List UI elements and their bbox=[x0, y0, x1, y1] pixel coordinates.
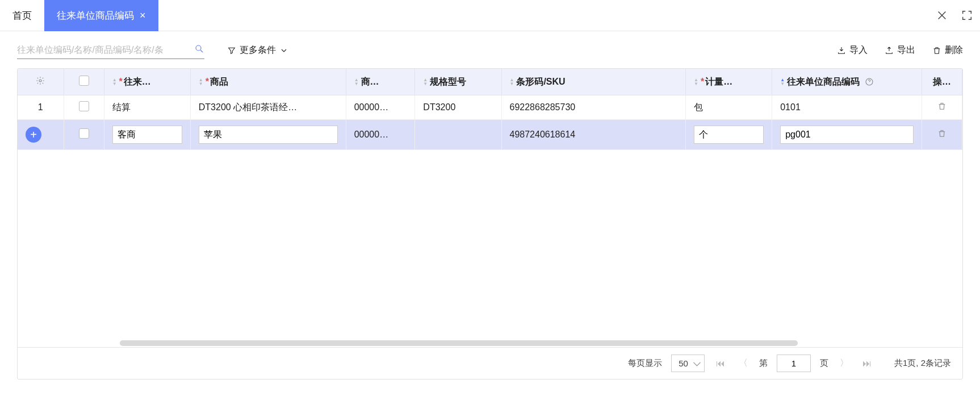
partner-sku-input[interactable] bbox=[780, 126, 914, 144]
export-label: 导出 bbox=[897, 44, 915, 56]
column-spec[interactable]: ▲▼规格型号 bbox=[415, 69, 501, 95]
search-icon[interactable] bbox=[194, 44, 204, 56]
cell-partner-sku bbox=[772, 120, 922, 150]
cell-product-code[interactable]: 00000… bbox=[346, 120, 415, 150]
export-button[interactable]: 导出 bbox=[885, 44, 915, 56]
cell-unit[interactable]: 包 bbox=[686, 95, 772, 120]
chevron-down-icon bbox=[279, 46, 288, 55]
column-product-code[interactable]: ▲▼商… bbox=[346, 69, 415, 95]
column-partner[interactable]: ▲▼*往来… bbox=[104, 69, 190, 95]
row-checkbox[interactable] bbox=[79, 101, 89, 111]
cell-partner bbox=[104, 120, 190, 150]
scrollbar-thumb[interactable] bbox=[120, 340, 798, 346]
delete-button[interactable]: 删除 bbox=[932, 44, 963, 56]
tab-active-label: 往来单位商品编码 bbox=[57, 9, 134, 22]
cell-barcode[interactable]: 6922868285730 bbox=[501, 95, 686, 120]
page-summary: 共1页, 2条记录 bbox=[894, 358, 951, 369]
import-icon bbox=[837, 46, 846, 55]
close-tab-icon[interactable]: × bbox=[140, 10, 146, 22]
pagination-bar: 每页显示 50 ⏮ 〈 第 页 〉 ⏭ 共1页, 2条记录 bbox=[18, 347, 962, 379]
row-index: 1 bbox=[18, 95, 64, 120]
page-number-input[interactable] bbox=[777, 355, 811, 372]
page-word-left: 第 bbox=[759, 358, 768, 369]
filter-icon bbox=[227, 46, 236, 55]
close-icon bbox=[936, 9, 948, 22]
search-input[interactable] bbox=[17, 41, 187, 59]
data-table: ▲▼*往来… ▲▼*商品 ▲▼商… ▲▼规格型号 ▲▼条形码/SKU ▲▼*计量… bbox=[17, 68, 963, 380]
column-partner-sku[interactable]: ▲▼往来单位商品编码 bbox=[772, 69, 922, 95]
column-settings[interactable] bbox=[18, 69, 64, 95]
add-row-button[interactable]: + bbox=[26, 127, 41, 143]
table-row[interactable]: 1 结算 DT3200 心相印茶语经… 00000… DT3200 692286… bbox=[18, 95, 962, 120]
column-select-all[interactable] bbox=[64, 69, 104, 95]
table-header: ▲▼*往来… ▲▼*商品 ▲▼商… ▲▼规格型号 ▲▼条形码/SKU ▲▼*计量… bbox=[18, 69, 962, 95]
trash-icon bbox=[932, 46, 941, 55]
tab-home[interactable]: 首页 bbox=[0, 0, 44, 31]
cell-partner[interactable]: 结算 bbox=[104, 95, 190, 120]
row-checkbox[interactable] bbox=[79, 128, 89, 139]
toolbar: 更多条件 导入 导出 删除 bbox=[0, 31, 980, 68]
delete-label: 删除 bbox=[945, 44, 963, 56]
cell-spec[interactable]: DT3200 bbox=[415, 95, 501, 120]
partner-input[interactable] bbox=[112, 126, 182, 144]
column-product[interactable]: ▲▼*商品 bbox=[190, 69, 346, 95]
svg-point-1 bbox=[39, 80, 41, 82]
next-page-button[interactable]: 〉 bbox=[837, 357, 851, 369]
fullscreen-button[interactable] bbox=[960, 8, 974, 23]
fullscreen-icon bbox=[961, 9, 973, 22]
per-page-label: 每页显示 bbox=[628, 358, 662, 369]
last-page-button[interactable]: ⏭ bbox=[860, 358, 874, 369]
prev-page-button[interactable]: 〈 bbox=[736, 357, 750, 369]
cell-product-code[interactable]: 00000… bbox=[346, 95, 415, 120]
trash-icon bbox=[937, 129, 947, 138]
import-label: 导入 bbox=[849, 44, 868, 56]
more-conditions-button[interactable]: 更多条件 bbox=[227, 44, 288, 56]
product-input[interactable] bbox=[199, 126, 338, 144]
row-delete[interactable] bbox=[922, 95, 962, 120]
tab-bar: 首页 往来单位商品编码 × bbox=[0, 0, 980, 31]
select-all-checkbox[interactable] bbox=[79, 76, 89, 86]
page-word-right: 页 bbox=[820, 358, 828, 369]
column-actions: 操… bbox=[922, 69, 962, 95]
unit-input[interactable] bbox=[694, 126, 764, 144]
help-icon[interactable] bbox=[865, 77, 874, 86]
cell-partner-sku[interactable]: 0101 bbox=[772, 95, 922, 120]
cell-unit bbox=[686, 120, 772, 150]
tab-home-label: 首页 bbox=[12, 9, 32, 22]
cell-barcode[interactable]: 4987240618614 bbox=[501, 120, 686, 150]
cell-product[interactable]: DT3200 心相印茶语经… bbox=[190, 95, 346, 120]
close-panel-button[interactable] bbox=[935, 8, 949, 23]
svg-point-0 bbox=[196, 45, 201, 51]
gear-icon bbox=[36, 76, 45, 85]
import-button[interactable]: 导入 bbox=[837, 44, 868, 56]
row-delete[interactable] bbox=[922, 120, 962, 150]
horizontal-scrollbar[interactable] bbox=[18, 339, 962, 347]
export-icon bbox=[885, 46, 894, 55]
search-field[interactable] bbox=[17, 41, 204, 59]
column-barcode[interactable]: ▲▼条形码/SKU bbox=[501, 69, 686, 95]
table-row[interactable]: + 00000… 4987240618614 bbox=[18, 120, 962, 150]
cell-product bbox=[190, 120, 346, 150]
cell-spec[interactable] bbox=[415, 120, 501, 150]
column-unit[interactable]: ▲▼*计量… bbox=[686, 69, 772, 95]
page-size-select[interactable]: 50 bbox=[671, 355, 705, 372]
tab-partner-product-code[interactable]: 往来单位商品编码 × bbox=[44, 0, 158, 31]
more-conditions-label: 更多条件 bbox=[240, 44, 276, 56]
trash-icon bbox=[937, 102, 947, 111]
first-page-button[interactable]: ⏮ bbox=[714, 358, 727, 369]
